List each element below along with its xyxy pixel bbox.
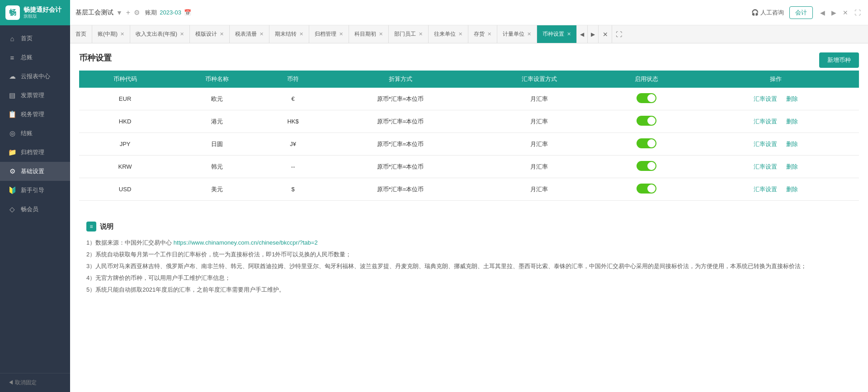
tab-close-icon[interactable]: ✕ — [180, 31, 184, 37]
rate-settings-link[interactable]: 汇率设置 — [754, 163, 777, 170]
help-button[interactable]: 🎧 人工咨询 — [751, 9, 784, 17]
tab-close-icon[interactable]: ✕ — [567, 31, 571, 37]
settings-icon: ⚙ — [8, 167, 16, 175]
table-row: USD 美元 $ 原币*汇率=本位币 月汇率 汇率设置 删除 — [79, 178, 859, 201]
table-row: HKD 港元 HK$ 原币*汇率=本位币 月汇率 汇率设置 删除 — [79, 110, 859, 133]
notes-link[interactable]: https://www.chinamoney.com.cn/chinese/bk… — [174, 239, 318, 246]
close-all-tabs-button[interactable]: ✕ — [599, 25, 612, 43]
tab-close-icon[interactable]: ✕ — [419, 31, 423, 37]
sidebar-item-archive[interactable]: 📁 归档管理 — [0, 143, 70, 162]
cell-name: 港元 — [171, 110, 263, 133]
cell-symbol: J¥ — [263, 133, 323, 156]
table-row: JPY 日圆 J¥ 原币*汇率=本位币 月汇率 汇率设置 删除 — [79, 133, 859, 156]
toggle-knob — [647, 94, 656, 102]
sidebar-item-member[interactable]: ◇ 畅会员 — [0, 200, 70, 219]
enable-toggle[interactable] — [637, 161, 656, 171]
cell-calc: 原币*汇率=本位币 — [323, 88, 477, 110]
tab-tax-table[interactable]: 税表清册 ✕ — [230, 25, 269, 43]
delete-link[interactable]: 删除 — [786, 95, 798, 102]
notes-title: ≡ 说明 — [86, 222, 852, 231]
sidebar-item-guide[interactable]: 🔰 新手引导 — [0, 181, 70, 200]
table-row: EUR 欧元 € 原币*汇率=本位币 月汇率 汇率设置 删除 — [79, 88, 859, 110]
tab-close-icon[interactable]: ✕ — [487, 31, 491, 37]
tab-close-icon[interactable]: ✕ — [339, 31, 343, 37]
tab-close-icon[interactable]: ✕ — [120, 31, 124, 37]
cell-name: 欧元 — [171, 88, 263, 110]
new-currency-button[interactable]: 新增币种 — [819, 52, 859, 68]
sidebar-item-invoice[interactable]: ▤ 发票管理 — [0, 86, 70, 105]
notes-icon: ≡ — [86, 222, 96, 231]
page-title: 币种设置 — [79, 52, 859, 63]
sidebar-item-reports[interactable]: ☁ 云报表中心 — [0, 67, 70, 86]
cell-actions: 汇率设置 删除 — [693, 133, 859, 156]
cell-status[interactable] — [601, 110, 693, 133]
note-item-2: 2）系统自动获取每月第一个工作日的汇率标价，统一为直接标价法，即1外币可以兑换的… — [86, 249, 852, 260]
tab-close-icon[interactable]: ✕ — [379, 31, 383, 37]
rate-settings-link[interactable]: 汇率设置 — [754, 186, 777, 193]
expand-icon[interactable]: ⛶ — [853, 8, 863, 17]
tab-period-end[interactable]: 期末结转 ✕ — [269, 25, 309, 43]
delete-link[interactable]: 删除 — [786, 186, 798, 193]
sidebar-item-ledger[interactable]: ≡ 总账 — [0, 48, 70, 67]
sidebar-item-settings[interactable]: ⚙ 基础设置 — [0, 162, 70, 181]
gear-icon[interactable]: ⚙ — [134, 9, 140, 17]
tab-template[interactable]: 模版设计 ✕ — [190, 25, 230, 43]
delete-link[interactable]: 删除 — [786, 141, 798, 147]
logo-text: 畅捷通好会计 旗舰版 — [24, 6, 61, 20]
sidebar-item-checkout[interactable]: ◎ 结账 — [0, 124, 70, 143]
tab-home[interactable]: 首页 — [70, 25, 92, 43]
enable-toggle[interactable] — [637, 93, 656, 103]
tab-close-icon[interactable]: ✕ — [220, 31, 224, 37]
toggle-knob — [647, 139, 656, 147]
sidebar-pin-toggle[interactable]: ◀ 取消固定 — [0, 373, 70, 392]
tab-annual-report[interactable]: 收入支出表(年报) ✕ — [130, 25, 190, 43]
col-header-calc: 折算方式 — [323, 71, 477, 88]
close-icon[interactable]: ✕ — [841, 8, 850, 17]
prev-arrow-icon[interactable]: ◀ — [818, 8, 827, 17]
cell-status[interactable] — [601, 178, 693, 201]
company-name: 基层工会测试 — [75, 9, 113, 17]
col-header-rate: 汇率设置方式 — [477, 71, 601, 88]
delete-link[interactable]: 删除 — [786, 163, 798, 170]
invoice-icon: ▤ — [8, 91, 16, 99]
topbar-right: 🎧 人工咨询 会计 ◀ ▶ ✕ ⛶ — [751, 6, 863, 19]
enable-toggle[interactable] — [637, 138, 656, 148]
tab-close-icon[interactable]: ✕ — [458, 31, 462, 37]
enable-toggle[interactable] — [637, 116, 656, 126]
headset-icon: 🎧 — [751, 9, 759, 16]
sidebar-item-home[interactable]: ⌂ 首页 — [0, 29, 70, 48]
cell-status[interactable] — [601, 133, 693, 156]
next-arrow-icon[interactable]: ▶ — [830, 8, 838, 17]
expand-tabbar-button[interactable]: ⛶ — [612, 25, 626, 43]
tab-archive[interactable]: 归档管理 ✕ — [309, 25, 349, 43]
tab-midterm[interactable]: 账(中期) ✕ — [92, 25, 130, 43]
sidebar-item-tax[interactable]: 📋 税务管理 — [0, 105, 70, 124]
tab-inventory[interactable]: 存货 ✕ — [468, 25, 497, 43]
tab-unit[interactable]: 计量单位 ✕ — [497, 25, 537, 43]
tabbar-left-arrow[interactable]: ◀ — [577, 25, 588, 43]
rate-settings-link[interactable]: 汇率设置 — [754, 141, 777, 147]
cell-status[interactable] — [601, 156, 693, 178]
cell-status[interactable] — [601, 88, 693, 110]
sidebar-nav: ⌂ 首页 ≡ 总账 ☁ 云报表中心 ▤ 发票管理 📋 税务管理 ◎ 结账 📁 归… — [0, 25, 70, 373]
tab-currency[interactable]: 币种设置 ✕ — [537, 25, 577, 43]
company-selector[interactable]: 基层工会测试 ▼ — [75, 9, 123, 17]
tab-close-icon[interactable]: ✕ — [527, 31, 531, 37]
delete-link[interactable]: 删除 — [786, 118, 798, 125]
col-header-name: 币种名称 — [171, 71, 263, 88]
tab-close-icon[interactable]: ✕ — [299, 31, 303, 37]
user-role-button[interactable]: 会计 — [789, 6, 813, 19]
tab-close-icon[interactable]: ✕ — [259, 31, 264, 37]
notes-section: ≡ 说明 1）数据来源：中国外汇交易中心 https://www.chinamo… — [79, 214, 859, 303]
tab-contacts[interactable]: 往来单位 ✕ — [429, 25, 468, 43]
tab-department[interactable]: 部门员工 ✕ — [389, 25, 429, 43]
cell-symbol: € — [263, 88, 323, 110]
enable-toggle[interactable] — [637, 184, 656, 194]
add-tab-button[interactable]: + — [126, 9, 130, 17]
period-value[interactable]: 2023-03 — [160, 9, 181, 16]
rate-settings-link[interactable]: 汇率设置 — [754, 118, 777, 125]
rate-settings-link[interactable]: 汇率设置 — [754, 95, 777, 102]
tab-subject-initial[interactable]: 科目期初 ✕ — [349, 25, 389, 43]
calendar-icon[interactable]: 📅 — [184, 9, 191, 16]
tabbar-right-arrow[interactable]: ▶ — [588, 25, 599, 43]
